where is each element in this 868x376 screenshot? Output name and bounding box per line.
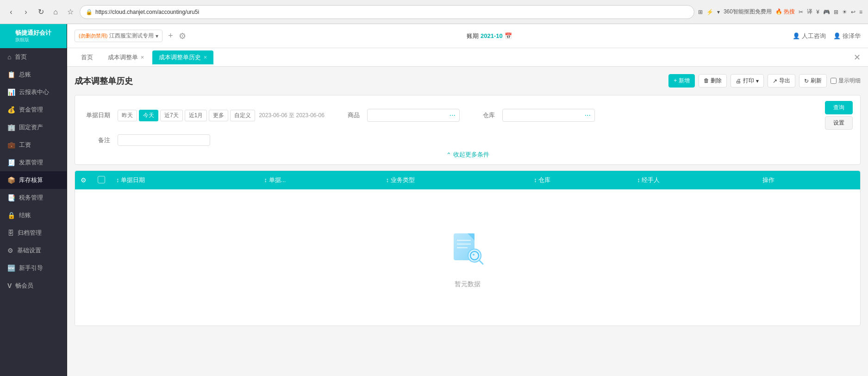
col-date-label: ↕ 单据日期 [116,176,145,183]
print-dropdown-icon: ▾ [756,78,759,84]
tab-home[interactable]: 首页 [75,50,100,64]
topbar: (勿删勿禁用) 江西服宝测试专用 ▾ + ⚙ 账期 2021-10 📅 👤 人工… [67,24,868,48]
date-range: 2023-06-06 至 2023-06-06 [259,112,324,119]
forward-button[interactable]: › [20,6,31,18]
user-profile[interactable]: 👤 徐泽华 [833,32,861,40]
col-number[interactable]: ↕ 单据... [258,171,380,189]
sidebar-item-archive[interactable]: 🗄 归档管理 [0,224,67,242]
tab-cost-adjust[interactable]: 成本调整单 × [101,50,150,64]
sidebar-item-home[interactable]: ⌂ 首页 [0,48,67,66]
calendar-icon[interactable]: 📅 [505,32,512,39]
sidebar-item-ledger[interactable]: 📋 总账 [0,66,67,83]
collapse-icon: ⌃ [446,151,451,158]
tab-cost-adjust-history[interactable]: 成本调整单历史 × [152,50,213,64]
home-button[interactable]: ⌂ [50,6,61,18]
grid-tool[interactable]: ⊞ [698,9,703,15]
sidebar-item-invoice[interactable]: 🧾 发票管理 [0,154,67,171]
filter-row-date: 单据日期 昨天 今天 近7天 近1月 更多 自定义 2023-06-06 至 [82,101,853,130]
apps-tool[interactable]: ⊞ [834,9,838,15]
warehouse-more-icon[interactable]: ··· [585,111,591,119]
sidebar-item-label: 库存核算 [19,176,43,184]
sidebar-item-settings[interactable]: ⚙ 基础设置 [0,242,67,259]
empty-state: 暂元数据 [75,189,860,326]
filter-settings-button[interactable]: 设置 [825,116,853,130]
date-buttons: 昨天 今天 近7天 近1月 更多 自定义 2023-06-06 至 2023-0… [118,110,325,121]
goods-filter-label: 商品 [332,111,360,119]
hot-search[interactable]: 🔥 热搜 [775,8,795,16]
col-operator[interactable]: ↕ 经手人 [631,171,757,189]
today-btn[interactable]: 今天 [139,110,158,121]
custom-btn[interactable]: 自定义 [230,110,255,121]
col-ops: 操作 [757,171,860,189]
sidebar-item-label: 畅会员 [15,282,33,290]
table-check-col[interactable] [92,171,111,189]
menu-tool[interactable]: ≡ [859,9,862,15]
export-icon: ↗ [773,78,777,84]
query-button[interactable]: 查询 [825,101,853,114]
page-close-button[interactable]: ✕ [854,52,861,63]
topbar-right: 👤 人工咨询 👤 徐泽华 [793,32,861,40]
col-date[interactable]: ↕ 单据日期 [111,171,258,189]
coin-tool[interactable]: ¥ [816,9,819,15]
sidebar-item-funds[interactable]: 💰 资金管理 [0,101,67,119]
lightning-tool[interactable]: ⚡ [706,9,713,15]
refresh-button[interactable]: ↻ 刷新 [799,74,827,88]
1month-btn[interactable]: 近1月 [185,110,207,121]
table-body: 暂元数据 [75,189,860,326]
topbar-add-button[interactable]: + [168,31,173,41]
sidebar-item-member[interactable]: V 畅会员 [0,277,67,295]
gamepad-tool[interactable]: 🎮 [823,9,830,15]
search-label[interactable]: 360智能抠图免费用 [724,8,772,16]
translate-tool[interactable]: 译 [807,8,812,16]
org-selector[interactable]: (勿删勿禁用) 江西服宝测试专用 ▾ [75,30,162,42]
fixed-assets-icon: 🏢 [7,124,15,131]
undo-tool[interactable]: ↩ [851,9,856,15]
more-btn[interactable]: 更多 [209,110,228,121]
export-button[interactable]: ↗ 导出 [768,74,795,88]
sidebar-item-inventory[interactable]: 📦 库存核算 [0,171,67,189]
delete-button[interactable]: 🗑 删除 [699,74,727,88]
collapse-button[interactable]: ⌃ 收起更多条件 [82,150,853,159]
sidebar-item-salary[interactable]: 💼 工资 [0,136,67,154]
remark-input[interactable] [118,134,210,146]
back-button[interactable]: ‹ [6,6,17,18]
sidebar-item-tax[interactable]: 📑 税务管理 [0,189,67,207]
7days-btn[interactable]: 近7天 [160,110,183,121]
col-number-label: ↕ 单据... [264,176,286,183]
sidebar-item-guide[interactable]: 🆕 新手引导 [0,259,67,277]
sidebar-logo: 畅捷通好会计 旗舰版 [0,24,67,48]
goods-select[interactable]: ··· [367,109,460,122]
warehouse-select[interactable]: ··· [502,109,595,122]
brightness-tool[interactable]: ☀ [842,9,847,15]
new-button[interactable]: + 新增 [668,74,694,88]
tab-cost-adjust-close[interactable]: × [141,54,144,61]
col-warehouse-label: ↕ 仓库 [534,176,550,183]
table-settings-col[interactable]: ⚙ [75,171,92,189]
topbar-settings-button[interactable]: ⚙ [179,31,186,41]
address-bar[interactable]: 🔒 https://cloud.chanjet.com/accounting/u… [80,5,694,19]
period-value: 2021-10 [481,32,503,39]
col-biz-type[interactable]: ↕ 业务类型 [381,171,528,189]
yesterday-btn[interactable]: 昨天 [118,110,137,121]
show-detail-input[interactable] [831,78,837,84]
dropdown-tool[interactable]: ▾ [717,9,720,15]
tab-cost-adjust-history-close[interactable]: × [204,54,207,61]
show-detail-checkbox[interactable]: 显示明细 [831,77,861,85]
sidebar-item-label: 资金管理 [19,106,43,114]
consult-button[interactable]: 👤 人工咨询 [793,32,826,40]
scissors-tool[interactable]: ✂ [799,9,803,15]
refresh-button[interactable]: ↻ [35,6,46,18]
sidebar-item-label: 云报表中心 [19,88,49,96]
sidebar-item-reports[interactable]: 📊 云报表中心 [0,83,67,101]
goods-more-icon[interactable]: ··· [450,111,456,119]
org-name: 江西服宝测试专用 [109,32,154,40]
select-all-checkbox[interactable] [98,176,105,183]
sidebar-item-fixed-assets[interactable]: 🏢 固定资产 [0,119,67,136]
col-warehouse[interactable]: ↕ 仓库 [528,171,631,189]
sidebar-item-close[interactable]: 🔒 结账 [0,207,67,224]
table-settings-icon[interactable]: ⚙ [81,176,87,184]
col-operator-label: ↕ 经手人 [637,176,660,183]
star-button[interactable]: ☆ [65,6,76,18]
print-button[interactable]: 🖨 打印 ▾ [731,74,764,88]
collapse-label: 收起更多条件 [453,150,489,159]
